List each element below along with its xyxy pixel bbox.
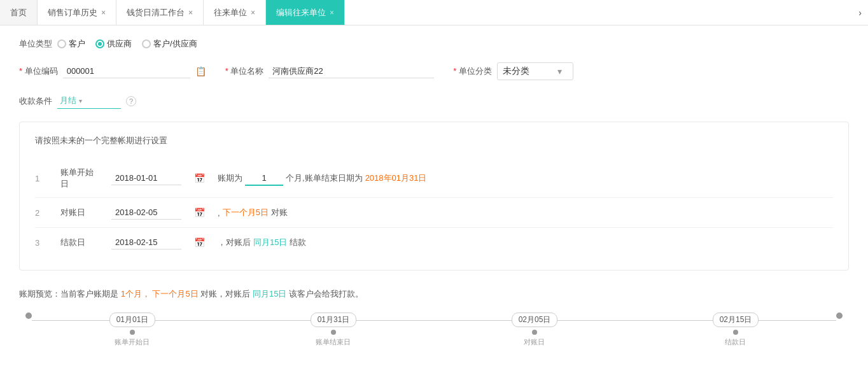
chevron-down-icon-payment: ▾: [79, 97, 82, 104]
main-content: 单位类型 客户 供应商 客户/供应商 单位编码 📋: [0, 25, 868, 387]
tl-dot-3: [733, 330, 738, 335]
tl-dot-2: [532, 330, 537, 335]
radio-label-both: 客户/供应商: [153, 38, 197, 50]
unit-code-input[interactable]: [63, 64, 190, 78]
radio-customer[interactable]: 客户: [57, 38, 85, 50]
tab-close-sales[interactable]: ×: [101, 8, 106, 17]
copy-icon[interactable]: 📋: [195, 66, 206, 76]
timeline-start-dot: [25, 313, 32, 319]
radio-circle-customer: [57, 39, 66, 48]
row-1-desc: 账期为 个月,账单结束日期为 2018年01月31日: [218, 171, 426, 186]
unit-name-label: 单位名称: [225, 66, 264, 77]
preview-section: 账期预览：当前客户账期是 1个月， 下一个月5日 对账，对账后 同月15日 该客…: [19, 281, 849, 347]
start-date-input[interactable]: [111, 171, 181, 185]
tl-point-1: 01月31日 账单结束日: [311, 313, 357, 347]
unit-category-select[interactable]: 未分类 ▾: [497, 62, 573, 80]
reconcile-after: 对账: [271, 207, 288, 218]
panel-description: 请按照未来的一个完整帐期进行设置: [35, 135, 833, 146]
unit-category-label: 单位分类: [453, 66, 492, 77]
row-2-desc: , 下一个月5日 对账: [218, 207, 288, 218]
setting-row-1: 1 账单开始日 📅 账期为 个月,账单结束日期为 2018年01月31日: [35, 159, 833, 198]
tl-point-0: 01月01日 账单开始日: [109, 313, 156, 347]
preview-label: 账期预览：当前客户账期是: [19, 289, 118, 299]
preview-part1: 1个月，: [121, 289, 150, 299]
tab-close-partners[interactable]: ×: [251, 8, 255, 17]
calendar-icon-2[interactable]: 📅: [194, 208, 205, 218]
preview-mid: 对账，对账后: [200, 289, 250, 299]
tab-cash-work[interactable]: 钱货日清工作台 ×: [116, 0, 204, 25]
unit-name-input[interactable]: [269, 64, 434, 78]
payment-before-text: ，对账后: [218, 237, 251, 248]
tl-label-3: 02月15日: [713, 313, 759, 327]
unit-code-label: 单位编码: [19, 66, 58, 77]
radio-label-customer: 客户: [69, 38, 85, 50]
unit-category-value: 未分类: [503, 66, 529, 77]
timeline-points: 01月01日 账单开始日 01月31日 账单结束日 02月05日 对账日: [32, 313, 836, 347]
period-end-date: 2018年01月31日: [365, 172, 427, 184]
preview-end: 该客户会给我打款。: [289, 289, 363, 299]
setting-row-3: 3 结款日 📅 ，对账后 同月15日 结款: [35, 228, 833, 257]
code-name-row: 单位编码 📋 单位名称 单位分类 未分类 ▾: [19, 62, 849, 80]
tl-sublabel-1: 账单结束日: [316, 337, 351, 347]
payment-highlight: 同月15日: [253, 237, 287, 248]
preview-text: 账期预览：当前客户账期是 1个月， 下一个月5日 对账，对账后 同月15日 该客…: [19, 288, 849, 300]
reconcile-before: ,: [218, 208, 220, 218]
reconcile-date-input[interactable]: [111, 206, 181, 220]
payment-terms-select[interactable]: 月结 ▾: [57, 93, 121, 109]
radio-supplier[interactable]: 供应商: [95, 38, 132, 50]
tab-more-button[interactable]: ›: [852, 0, 868, 25]
tab-close-cash[interactable]: ×: [188, 8, 193, 17]
tl-sublabel-2: 对账日: [524, 337, 545, 347]
calendar-icon-3[interactable]: 📅: [194, 237, 205, 248]
reconcile-highlight: 下一个月5日: [223, 207, 269, 218]
payment-terms-value: 月结: [60, 95, 76, 106]
radio-label-supplier: 供应商: [107, 38, 132, 50]
period-unit-text: 个月,账单结束日期为: [286, 172, 363, 184]
tab-edit-partner[interactable]: 编辑往来单位 ×: [266, 0, 345, 25]
period-months-input[interactable]: [245, 171, 283, 186]
chevron-right-icon: ›: [858, 8, 862, 18]
tl-point-3: 02月15日 结款日: [713, 313, 759, 347]
radio-circle-both: [142, 39, 151, 48]
payment-date-input[interactable]: [111, 236, 181, 250]
tab-sales-history[interactable]: 销售订单历史 ×: [38, 0, 116, 25]
payment-terms-row: 收款条件 月结 ▾ ?: [19, 93, 849, 109]
tl-label-0: 01月01日: [109, 313, 156, 327]
radio-circle-supplier: [95, 39, 104, 48]
tab-close-edit[interactable]: ×: [330, 8, 334, 17]
tl-sublabel-3: 结款日: [725, 337, 746, 347]
timeline-dot-end: [836, 313, 843, 319]
payment-after-text: 结款: [290, 237, 306, 248]
tab-bar: 首页 销售订单历史 × 钱货日清工作台 × 往来单位 × 编辑往来单位 × ›: [0, 0, 868, 25]
unit-category-group: 单位分类 未分类 ▾: [453, 62, 573, 80]
tl-sublabel-0: 账单开始日: [115, 337, 150, 347]
payment-terms-group: 收款条件 月结 ▾ ?: [19, 93, 136, 109]
tl-point-2: 02月05日 对账日: [512, 313, 558, 347]
radio-group-unit-type: 客户 供应商 客户/供应商: [57, 38, 197, 50]
calendar-icon-1[interactable]: 📅: [194, 173, 205, 183]
row-num-3: 3: [35, 238, 48, 248]
tab-home[interactable]: 首页: [0, 0, 38, 25]
unit-code-group: 单位编码 📋: [19, 64, 206, 78]
row-type-1: 账单开始日: [60, 167, 99, 190]
row-type-2: 对账日: [60, 207, 99, 218]
chevron-down-icon-category: ▾: [557, 66, 562, 76]
payment-terms-label: 收款条件: [19, 95, 52, 107]
tl-dot-0: [130, 330, 135, 335]
settings-panel: 请按照未来的一个完整帐期进行设置 1 账单开始日 📅 账期为 个月,账单结束日期…: [19, 122, 849, 271]
setting-row-2: 2 对账日 📅 , 下一个月5日 对账: [35, 198, 833, 228]
timeline-end-dot: [836, 313, 843, 319]
timeline-dot-start: [25, 313, 32, 319]
unit-type-group: 单位类型 客户 供应商 客户/供应商: [19, 38, 197, 50]
tl-label-1: 01月31日: [311, 313, 357, 327]
preview-part2: 下一个月5日: [152, 289, 198, 299]
period-label: 账期为: [218, 172, 242, 184]
unit-type-row: 单位类型 客户 供应商 客户/供应商: [19, 38, 849, 50]
timeline-container: 01月01日 账单开始日 01月31日 账单结束日 02月05日 对账日: [25, 313, 843, 347]
preview-part3: 同月15日: [253, 289, 286, 299]
tl-dot-1: [331, 330, 336, 335]
tab-partners[interactable]: 往来单位 ×: [204, 0, 266, 25]
row-num-2: 2: [35, 208, 48, 218]
radio-both[interactable]: 客户/供应商: [142, 38, 197, 50]
help-icon[interactable]: ?: [126, 96, 136, 106]
